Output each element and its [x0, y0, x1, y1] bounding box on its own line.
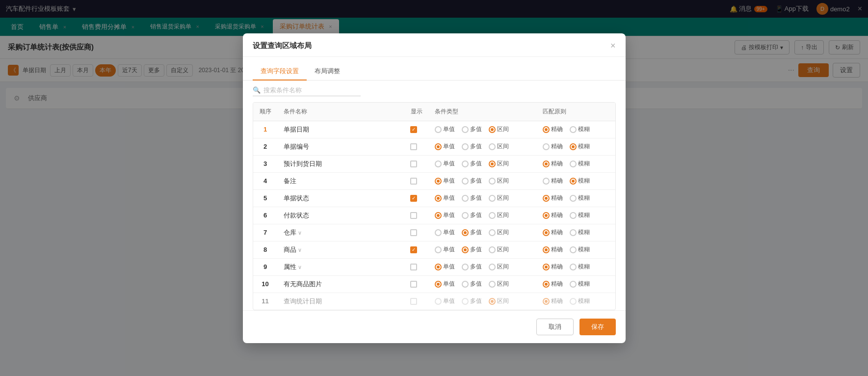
type-option-3-单值[interactable]: 单值 — [435, 177, 455, 185]
type-option-6-区间[interactable]: 区间 — [489, 228, 509, 229]
radio-circle-rule-0-精确 — [543, 126, 550, 133]
radio-circle-rule-6-精确 — [543, 229, 550, 230]
row-name-4: 单据状态 — [278, 189, 404, 207]
checkbox-3[interactable] — [410, 178, 417, 185]
row-num-4: 5 — [253, 189, 278, 207]
table-row: 5单据状态单值多值区间精确模糊 — [253, 189, 615, 207]
row-type-5: 单值多值区间 — [429, 207, 537, 224]
radio-circle-rule-0-模糊 — [570, 126, 577, 133]
row-display-6[interactable] — [404, 224, 429, 229]
row-rule-6: 精确模糊 — [537, 224, 615, 229]
type-option-3-多值[interactable]: 多值 — [462, 177, 482, 185]
rule-option-3-模糊[interactable]: 模糊 — [570, 177, 590, 185]
radio-circle-rule-2-模糊 — [570, 161, 577, 167]
type-option-2-多值[interactable]: 多值 — [462, 160, 482, 168]
rule-option-0-模糊[interactable]: 模糊 — [570, 125, 590, 134]
type-option-5-多值[interactable]: 多值 — [462, 211, 482, 219]
tab-query-fields[interactable]: 查询字段设置 — [253, 63, 307, 81]
rule-option-2-模糊[interactable]: 模糊 — [570, 160, 590, 168]
type-option-0-多值[interactable]: 多值 — [462, 125, 482, 134]
row-display-3[interactable] — [404, 172, 429, 189]
radio-circle-rule-2-精确 — [543, 161, 550, 167]
tab-layout-adjust[interactable]: 布局调整 — [307, 63, 348, 81]
type-option-4-区间[interactable]: 区间 — [489, 194, 509, 202]
row-num-2: 3 — [253, 155, 278, 172]
radio-circle-type-1-多值 — [462, 143, 469, 150]
row-type-0: 单值多值区间 — [429, 121, 537, 138]
radio-circle-type-0-区间 — [489, 126, 496, 133]
row-display-1[interactable] — [404, 138, 429, 155]
rule-option-5-精确[interactable]: 精确 — [543, 211, 563, 219]
rule-option-2-精确[interactable]: 精确 — [543, 160, 563, 168]
radio-circle-rule-5-模糊 — [570, 212, 577, 219]
rule-option-3-精确[interactable]: 精确 — [543, 177, 563, 185]
radio-circle-type-4-单值 — [435, 195, 442, 202]
row-type-4: 单值多值区间 — [429, 189, 537, 207]
rule-option-6-模糊[interactable]: 模糊 — [570, 228, 590, 229]
type-option-6-多值[interactable]: 多值 — [462, 228, 482, 229]
type-option-1-多值[interactable]: 多值 — [462, 142, 482, 151]
row-num-3: 4 — [253, 172, 278, 189]
rule-option-1-精确[interactable]: 精确 — [543, 142, 563, 151]
type-option-0-单值[interactable]: 单值 — [435, 125, 455, 134]
radio-circle-type-2-单值 — [435, 161, 442, 167]
type-option-1-区间[interactable]: 区间 — [489, 142, 509, 151]
row-display-4[interactable] — [404, 189, 429, 207]
radio-circle-type-6-区间 — [489, 229, 496, 230]
rule-option-4-精确[interactable]: 精确 — [543, 194, 563, 202]
rule-option-6-精确[interactable]: 精确 — [543, 228, 563, 229]
type-option-1-单值[interactable]: 单值 — [435, 142, 455, 151]
modal-overlay: 设置查询区域布局 × 查询字段设置 布局调整 🔍 顺序 条件名称 显示 — [0, 0, 868, 229]
radio-circle-type-0-单值 — [435, 126, 442, 133]
row-num-6: 7 — [253, 224, 278, 229]
table-row: 6付款状态单值多值区间精确模糊 — [253, 207, 615, 224]
row-display-2[interactable] — [404, 155, 429, 172]
table-row: 7仓库 ∨单值多值区间精确模糊 — [253, 224, 615, 229]
checkbox-1[interactable] — [410, 143, 417, 150]
type-option-2-单值[interactable]: 单值 — [435, 160, 455, 168]
modal-table: 顺序 条件名称 显示 条件类型 匹配原则 1单据日期单值多值区间精确模糊2单据编… — [253, 102, 616, 230]
modal-close-button[interactable]: × — [610, 41, 616, 50]
radio-circle-type-2-区间 — [489, 161, 496, 167]
radio-circle-type-3-单值 — [435, 178, 442, 185]
type-option-3-区间[interactable]: 区间 — [489, 177, 509, 185]
th-name: 条件名称 — [278, 103, 404, 121]
table-row: 3预计到货日期单值多值区间精确模糊 — [253, 155, 615, 172]
checkbox-2[interactable] — [410, 161, 417, 167]
checkbox-4[interactable] — [410, 195, 417, 202]
type-option-2-区间[interactable]: 区间 — [489, 160, 509, 168]
table-row: 4备注单值多值区间精确模糊 — [253, 172, 615, 189]
radio-circle-rule-3-精确 — [543, 178, 550, 185]
radio-circle-rule-6-模糊 — [570, 229, 577, 230]
rule-option-1-模糊[interactable]: 模糊 — [570, 142, 590, 151]
checkbox-6[interactable] — [410, 229, 417, 230]
rule-option-0-精确[interactable]: 精确 — [543, 125, 563, 134]
row-name-1: 单据编号 — [278, 138, 404, 155]
type-option-4-单值[interactable]: 单值 — [435, 194, 455, 202]
th-rule: 匹配原则 — [537, 103, 615, 121]
search-input[interactable] — [263, 86, 361, 94]
row-rule-0: 精确模糊 — [537, 121, 615, 138]
radio-circle-type-2-多值 — [462, 161, 469, 167]
radio-circle-type-1-区间 — [489, 143, 496, 150]
type-option-5-区间[interactable]: 区间 — [489, 211, 509, 219]
type-option-5-单值[interactable]: 单值 — [435, 211, 455, 219]
type-option-6-单值[interactable]: 单值 — [435, 228, 455, 229]
row-display-5[interactable] — [404, 207, 429, 224]
type-option-0-区间[interactable]: 区间 — [489, 125, 509, 134]
search-box: 🔍 — [253, 86, 361, 96]
checkbox-0[interactable] — [410, 126, 417, 133]
row-name-3: 备注 — [278, 172, 404, 189]
radio-circle-type-4-区间 — [489, 195, 496, 202]
modal-tabs: 查询字段设置 布局调整 — [243, 57, 626, 81]
row-display-0[interactable] — [404, 121, 429, 138]
radio-circle-type-5-单值 — [435, 212, 442, 219]
radio-circle-type-3-多值 — [462, 178, 469, 185]
radio-circle-type-3-区间 — [489, 178, 496, 185]
rule-option-5-模糊[interactable]: 模糊 — [570, 211, 590, 219]
row-rule-1: 精确模糊 — [537, 138, 615, 155]
rule-option-4-模糊[interactable]: 模糊 — [570, 194, 590, 202]
type-option-4-多值[interactable]: 多值 — [462, 194, 482, 202]
checkbox-5[interactable] — [410, 212, 417, 219]
row-name-5: 付款状态 — [278, 207, 404, 224]
